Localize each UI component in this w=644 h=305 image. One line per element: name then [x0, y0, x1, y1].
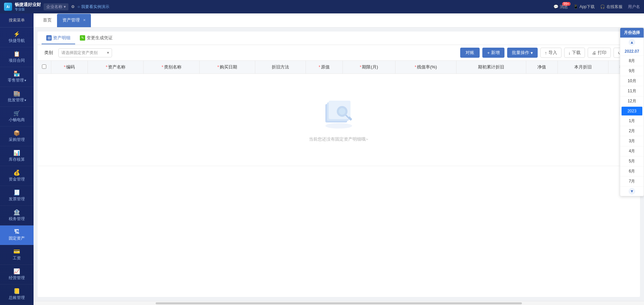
quick-nav-icon: ⚡: [13, 31, 20, 37]
demo-link-text: 我要看实例演示: [81, 4, 109, 10]
month-item-3[interactable]: 3月: [620, 136, 644, 146]
month-item-2[interactable]: 2月: [620, 126, 644, 136]
assets-table: *编码 *资产名称 *类别名称 *购买日期 折旧方法 *原值 *期限(月) *残…: [38, 61, 640, 166]
sidebar-item-salary[interactable]: 💳 工资: [0, 245, 34, 265]
sidebar-label-ledger: 总账管理: [9, 295, 25, 301]
sidebar-item-retail[interactable]: 🏪 零售管理 ▾: [0, 67, 34, 87]
col-depreciation-method: 折旧方法: [255, 61, 306, 74]
month-item-12[interactable]: 12月: [620, 96, 644, 106]
month-item-4[interactable]: 4月: [620, 146, 644, 156]
sidebar-label-purchase: 采购管理: [9, 137, 25, 143]
tab-asset-mgmt[interactable]: 资产管理 ×: [57, 14, 91, 27]
message-icon: 💬: [553, 4, 558, 9]
sidebar-item-tax[interactable]: 🏦 税务管理: [0, 206, 34, 225]
tab-home-label: 首页: [43, 17, 52, 22]
online-service-button[interactable]: 🎧 在线客服: [600, 4, 623, 10]
enterprise-name: 企业名称: [46, 4, 62, 10]
batch-button[interactable]: 批量操作 ▾: [507, 48, 538, 58]
col-period: *期限(月): [342, 61, 395, 74]
svg-point-5: [339, 108, 345, 115]
online-service-label: 在线客服: [606, 4, 623, 10]
col-code: *编码: [51, 61, 88, 74]
toolbar-right: 对账 + 新增 批量操作 ▾ ↑ 导入: [460, 48, 636, 58]
month-year-2023[interactable]: 2023: [622, 107, 642, 116]
quick-nav-label: 快捷导航: [9, 38, 25, 44]
month-item-5[interactable]: 5月: [620, 156, 644, 166]
sidebar-item-project[interactable]: 📋 项目合同: [0, 47, 34, 67]
import-icon: ↑: [545, 50, 547, 55]
print-icon: 🖨: [592, 50, 596, 55]
month-item-11[interactable]: 11月: [620, 86, 644, 96]
month-year-display[interactable]: 2022.07: [620, 47, 644, 56]
col-original-value: *原值: [306, 61, 343, 74]
download-button[interactable]: ↓ 下载: [564, 48, 585, 58]
select-all-checkbox[interactable]: [42, 64, 46, 69]
category-select[interactable]: 请选择固定资产类别 ▾: [58, 48, 112, 57]
sidebar-item-purchase[interactable]: 📦 采购管理: [0, 126, 34, 146]
month-item-1[interactable]: 1月: [620, 116, 644, 126]
demo-link[interactable]: ○ 我要看实例演示: [77, 4, 109, 10]
sidebar-item-finance[interactable]: 💰 资金管理: [0, 166, 34, 186]
sidebar-item-wholesale[interactable]: 🏬 批发管理 ▾: [0, 87, 34, 107]
chevron-down-icon: ▾: [64, 4, 66, 9]
sidebar-item-management[interactable]: 📈 经营管理: [0, 265, 34, 285]
import-button[interactable]: ↑ 导入: [540, 48, 561, 58]
empty-illustration: [319, 97, 359, 131]
month-item-10[interactable]: 10月: [620, 76, 644, 86]
tab-close-icon[interactable]: ×: [83, 17, 86, 22]
tab-bar: 首页 资产管理 ×: [34, 13, 644, 28]
sub-tab-bar: ▤ 资产明细 ✎ 变更生成凭证: [38, 32, 640, 45]
sidebar-label-finance: 资金管理: [9, 176, 25, 182]
add-button[interactable]: + 新增: [482, 48, 504, 58]
empty-text: 当前您还没有固定资产明细哦~: [309, 136, 368, 142]
month-nav-up-button[interactable]: ▲: [629, 39, 635, 46]
month-nav-up: ▲: [620, 38, 644, 47]
top-bar-left: Ai 畅捷通好业财 专业版 企业名称 ▾ ⚙ ○ 我要看实例演示: [4, 2, 109, 11]
sub-tab-change-voucher[interactable]: ✎ 变更生成凭证: [75, 32, 117, 44]
enterprise-selector[interactable]: 企业名称 ▾: [44, 3, 68, 10]
sidebar-item-inventory[interactable]: 📊 库存核算: [0, 146, 34, 166]
print-label: 打印: [598, 50, 606, 56]
sidebar-item-ledger[interactable]: 📒 总账管理: [0, 285, 34, 304]
sidebar-item-fixed-assets[interactable]: 🏗 固定资产: [0, 225, 34, 245]
app-subtitle: 专业版: [15, 7, 41, 11]
month-item-6[interactable]: 6月: [620, 166, 644, 176]
sidebar-label-inventory: 库存核算: [9, 157, 25, 162]
reconcile-button[interactable]: 对账: [460, 48, 480, 58]
sub-tab-asset-detail[interactable]: ▤ 资产明细: [42, 32, 75, 44]
search-menu-button[interactable]: 搜索菜单: [3, 16, 31, 24]
category-select-placeholder: 请选择固定资产类别: [61, 50, 98, 56]
col-category: *类别名称: [144, 61, 199, 74]
horizontal-scrollbar[interactable]: [156, 302, 522, 304]
month-item-7[interactable]: 7月: [620, 176, 644, 187]
tab-home[interactable]: 首页: [38, 14, 57, 27]
month-nav-down-button[interactable]: ▼: [629, 188, 635, 195]
fixed-assets-icon: 🏗: [14, 229, 19, 235]
sidebar-item-quick-nav[interactable]: ⚡ 快捷导航: [0, 28, 34, 47]
col-purchase-date: *购买日期: [199, 61, 255, 74]
col-name: *资产名称: [88, 61, 144, 74]
col-monthly-depreciation: 本月折旧: [557, 61, 608, 74]
sub-tab-change-voucher-label: 变更生成凭证: [87, 35, 113, 41]
app-download-button[interactable]: 📱 App下载: [573, 4, 595, 10]
category-label: 类别: [42, 48, 56, 57]
content-area: 首页 资产管理 × ▤ 资产明细 ✎ 变更生成凭证: [34, 13, 644, 305]
sidebar-search-area: 搜索菜单: [0, 13, 34, 28]
sidebar-label-fixed-assets: 固定资产: [9, 236, 25, 241]
col-accumulated-depreciation: 期初累计折旧: [456, 61, 526, 74]
settings-button[interactable]: ⚙: [71, 4, 75, 9]
month-item-9[interactable]: 9月: [620, 66, 644, 76]
sub-tab-asset-detail-label: 资产明细: [53, 35, 70, 41]
sidebar-label-salary: 工资: [13, 255, 21, 261]
sidebar-item-invoice[interactable]: 🧾 发票管理: [0, 186, 34, 206]
print-button[interactable]: 🖨 打印: [588, 48, 611, 58]
sidebar-item-ecommerce[interactable]: 🛒 小畅电商: [0, 107, 34, 126]
month-item-8[interactable]: 8月: [620, 56, 644, 66]
message-badge: 99+: [562, 2, 571, 6]
sidebar-label-project: 项目合同: [9, 58, 25, 63]
demo-icon: ○: [77, 4, 80, 9]
change-voucher-icon: ✎: [80, 35, 85, 41]
message-button[interactable]: 💬 消息 99+: [553, 4, 568, 10]
import-label: 导入: [548, 50, 557, 56]
asset-detail-icon: ▤: [46, 35, 52, 41]
